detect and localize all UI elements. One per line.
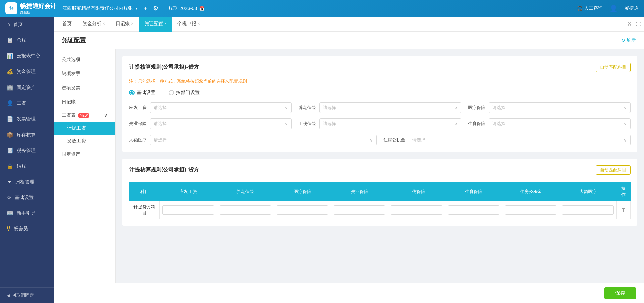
td-action: 🗑 [616, 201, 630, 219]
input-yanglao[interactable] [220, 205, 271, 215]
radio-dept[interactable]: 按部门设置 [169, 90, 200, 96]
sidebar-label-invoice: 发票管理 [17, 116, 36, 122]
tab-close-window-icon[interactable]: ✕ [627, 20, 632, 28]
user-avatar: 👤 [609, 4, 618, 12]
credit-section-title: 计提核算规则(公司承担)-贷方 [129, 166, 199, 173]
select-dayiliao[interactable]: 请选择 ∨ [150, 135, 377, 145]
sidebar-item-invoice[interactable]: 📄 发票管理 [0, 111, 54, 127]
label-yingfagongzi: 应发工资 [129, 105, 147, 111]
sidebar-item-vip[interactable]: V 畅会员 [0, 221, 54, 237]
left-nav-jiti[interactable]: 计提工资 [54, 122, 115, 135]
input-yiliao[interactable] [277, 205, 328, 215]
select-zhufang[interactable]: 请选择 ∨ [409, 135, 631, 145]
sidebar-item-ledger[interactable]: 📋 总账 [0, 32, 54, 48]
credit-auto-match-button[interactable]: 自动匹配科目 [596, 165, 631, 175]
tab-funds-close[interactable]: × [103, 21, 105, 26]
tab-journal[interactable]: 日记账 × [110, 17, 139, 32]
left-nav-salarysheet[interactable]: 工资表 NEW ∨ [54, 109, 115, 122]
input-zhufang[interactable] [505, 205, 556, 215]
sidebar-item-archive[interactable]: 🗄 归档管理 [0, 174, 54, 190]
content-area: 首页 资金分析 × 日记账 × 凭证配置 × 个税申报 × ✕ ⛶ [54, 17, 644, 303]
settings-icon[interactable]: ⚙ [153, 5, 158, 12]
radio-dept-circle [169, 90, 174, 95]
credit-section-header: 计提核算规则(公司承担)-贷方 自动匹配科目 [129, 165, 631, 178]
ledger-icon: 📋 [7, 37, 13, 43]
table-header-row: 科目 应发工资 养老保险 医疗保险 失业保险 工伤保险 生育保险 住房公积金 大… [129, 182, 631, 201]
select-yanglao[interactable]: 请选择 ∨ [319, 102, 461, 113]
tab-bar-actions: ✕ ⛶ [627, 20, 641, 28]
left-nav-assets[interactable]: 固定资产 [54, 147, 115, 161]
debit-section-header: 计提核算规则(公司承担)-借方 自动匹配科目 [129, 63, 631, 75]
sidebar-item-reports[interactable]: 📊 云报表中心 [0, 48, 54, 64]
add-account-button[interactable]: + [144, 5, 148, 12]
company-selector[interactable]: 江西服宝精品有限责任公司内账张 ▼ [62, 5, 138, 11]
radio-basic-label: 基础设置 [137, 90, 155, 96]
tab-home-label: 首页 [62, 21, 72, 27]
left-nav-pay[interactable]: 发放工资 [54, 135, 115, 147]
debit-auto-match-button[interactable]: 自动匹配科目 [596, 63, 631, 72]
page-title: 凭证配置 [62, 36, 86, 44]
sidebar-label-home: 首页 [13, 21, 23, 28]
left-nav-purchase[interactable]: 进项发票 [54, 81, 115, 95]
select-shiye[interactable]: 请选择 ∨ [150, 118, 292, 129]
left-nav-sales[interactable]: 销项发票 [54, 67, 115, 81]
select-gongshang[interactable]: 请选择 ∨ [319, 118, 461, 129]
tab-tax-label: 个税申报 [177, 21, 196, 27]
sidebar-item-salary[interactable]: 👤 工资 [0, 95, 54, 111]
input-yingfa[interactable] [162, 205, 214, 215]
select-yingfagongzi[interactable]: 请选择 ∨ [150, 102, 292, 113]
tab-voucher-close[interactable]: × [164, 21, 167, 26]
select-yanglao-placeholder: 请选择 [323, 105, 336, 111]
tab-tax[interactable]: 个税申报 × [172, 17, 205, 32]
delete-row-button[interactable]: 🗑 [621, 207, 626, 213]
sidebar-item-inventory[interactable]: 📦 库存核算 [0, 127, 54, 143]
input-shengyu[interactable] [448, 205, 499, 215]
chevron-down-icon-2: ∨ [454, 105, 458, 110]
label-gongshang: 工伤保险 [299, 121, 316, 127]
debit-section: 计提核算规则(公司承担)-借方 自动匹配科目 注：只能选择一种方式，系统将按照您… [122, 56, 637, 152]
save-bar: 保存 [54, 283, 644, 303]
sidebar-label-funds: 资金管理 [17, 69, 36, 75]
sidebar-item-funds[interactable]: 💰 资金管理 [0, 64, 54, 80]
sidebar-item-guide[interactable]: 📖 新手引导 [0, 205, 54, 221]
cancel-pin-label: ◀取消固定 [12, 292, 34, 298]
th-yanglao: 养老保险 [217, 182, 274, 201]
tab-funds[interactable]: 资金分析 × [77, 17, 110, 32]
tab-home[interactable]: 首页 [57, 17, 77, 32]
tab-expand-icon[interactable]: ⛶ [636, 21, 641, 27]
sidebar-item-close[interactable]: 🔒 结账 [0, 158, 54, 174]
sidebar-item-assets[interactable]: 🏢 固定资产 [0, 80, 54, 95]
select-dayiliao-placeholder: 请选择 [154, 137, 167, 143]
input-shiye[interactable] [334, 205, 385, 215]
td-subject-label: 计提贷方科目 [129, 201, 160, 219]
table-row: 计提贷方科目 🗑 [129, 201, 631, 219]
select-shengyu[interactable]: 请选择 ∨ [489, 118, 631, 129]
tab-journal-label: 日记账 [116, 21, 130, 27]
sidebar-item-home[interactable]: ⌂ 首页 [0, 17, 54, 32]
input-gongshang[interactable] [391, 205, 442, 215]
consult-button[interactable]: 🎧 人工咨询 [577, 5, 603, 11]
field-zhufang: 住房公积金 请选择 ∨ [383, 135, 631, 145]
input-dayiliao[interactable] [562, 205, 613, 215]
left-nav-journal[interactable]: 日记账 [54, 95, 115, 109]
logo-icon: 好 [5, 2, 17, 14]
radio-basic[interactable]: 基础设置 [129, 90, 155, 96]
headset-icon: 🎧 [577, 6, 583, 11]
company-dropdown-arrow: ▼ [135, 7, 138, 10]
sidebar-item-settings[interactable]: ⚙ 基础设置 [0, 190, 54, 205]
refresh-button[interactable]: ↻ 刷新 [621, 37, 636, 43]
period-selector[interactable]: 账期 2023-03 📅 [168, 5, 205, 11]
sidebar-item-tax[interactable]: 🧾 税务管理 [0, 143, 54, 158]
topbar-actions: 🎧 人工咨询 👤 畅捷通 [577, 4, 639, 12]
username: 畅捷通 [625, 5, 639, 11]
tab-voucher[interactable]: 凭证配置 × [139, 17, 172, 32]
select-yiliao[interactable]: 请选择 ∨ [489, 102, 631, 113]
tab-tax-close[interactable]: × [198, 21, 200, 26]
main-layout: ⌂ 首页 📋 总账 📊 云报表中心 💰 资金管理 🏢 固定资产 👤 工资 📄 发… [0, 17, 644, 303]
left-nav-public[interactable]: 公共选项 [54, 53, 115, 67]
td-gongshang [388, 201, 445, 219]
save-button[interactable]: 保存 [604, 287, 636, 299]
tab-journal-close[interactable]: × [131, 21, 133, 26]
settings-sidebar-icon: ⚙ [7, 194, 11, 201]
cancel-pin-button[interactable]: ◀ ◀取消固定 [0, 287, 54, 303]
